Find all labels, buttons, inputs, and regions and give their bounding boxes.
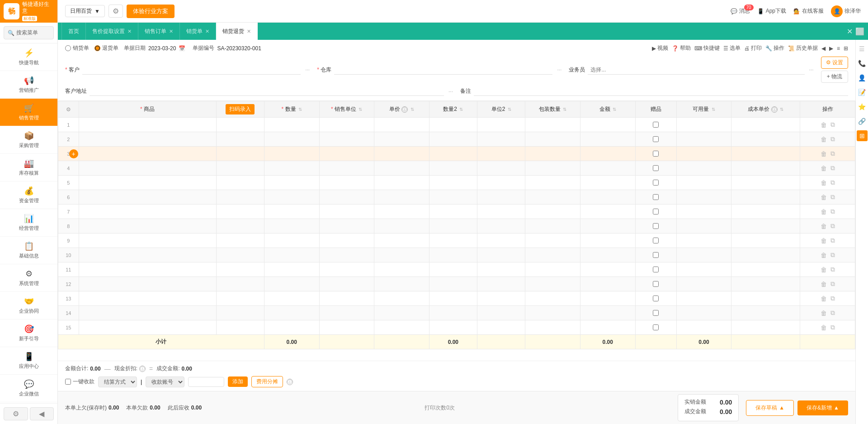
gift-cell[interactable] [635,219,676,233]
sidebar-item-enterprise[interactable]: 🤝 企业协同 [0,292,57,319]
shortcut-link[interactable]: ⌨ 快捷键 [694,44,720,52]
gift-checkbox[interactable] [653,136,659,142]
gift-cell[interactable] [635,161,676,176]
gift-cell[interactable] [635,291,676,306]
qty-cell[interactable] [264,248,319,262]
pkg-qty-cell[interactable] [525,233,580,248]
right-icon-grid[interactable]: ⊞ [857,130,868,141]
tab-sale-return[interactable]: 销货退货 ✕ [216,23,258,40]
product-cell[interactable]: + [79,147,216,161]
qty2-cell[interactable] [429,248,477,262]
delete-row-button[interactable]: 🗑 [820,236,828,245]
sidebar-item-sales[interactable]: 🛒 销售管理 [0,99,57,126]
amount-cell[interactable] [580,320,635,335]
unit-price-cell[interactable] [374,262,429,277]
delete-row-button[interactable]: 🗑 [820,308,828,318]
delete-row-button[interactable]: 🗑 [820,120,828,129]
unit2-sort-icon[interactable]: ⇅ [508,107,511,112]
pkg-qty-cell[interactable] [525,118,580,132]
sidebar-item-quick-nav[interactable]: ⚡ 快捷导航 [0,43,57,71]
pkg-qty-cell[interactable] [525,161,580,176]
qty2-cell[interactable] [429,161,477,176]
product-cell[interactable] [79,118,216,132]
amount-cell[interactable] [580,118,635,132]
tab-close-sale-price[interactable]: ✕ [127,29,132,34]
unit-price-cell[interactable] [374,233,429,248]
select-order-link[interactable]: ☰ 选单 [723,44,741,52]
unit2-cell[interactable] [477,306,525,320]
cost-price-cell[interactable] [731,176,800,190]
pkg-qty-cell[interactable] [525,248,580,262]
product-cell[interactable] [79,262,216,277]
unit2-cell[interactable] [477,248,525,262]
product-cell[interactable] [79,132,216,147]
delete-row-button[interactable]: 🗑 [820,279,828,289]
available-cell[interactable] [676,277,731,291]
unit2-cell[interactable] [477,118,525,132]
tab-close-sale-goods[interactable]: ✕ [205,29,209,34]
copy-row-button[interactable]: ⧉ [830,134,836,144]
header-gear-button[interactable]: ⚙ [108,5,123,18]
available-cell[interactable] [676,248,731,262]
delete-row-button[interactable]: 🗑 [820,294,828,303]
pkg-qty-sort-icon[interactable]: ⇅ [563,107,566,112]
one-click-collect-checkbox[interactable]: 一键收款 [65,378,94,386]
qty2-cell[interactable] [429,219,477,233]
list-view-btn[interactable]: ≡ [837,45,840,52]
fee-split-info-icon[interactable]: ⓘ [287,379,293,385]
unit-cell[interactable] [319,118,374,132]
right-icon-user[interactable]: 👤 [857,72,868,83]
delete-row-button[interactable]: 🗑 [820,207,828,216]
cost-price-cell[interactable] [731,190,800,205]
tab-home[interactable]: 首页 [61,23,86,40]
cost-price-cell[interactable] [731,248,800,262]
delete-row-button[interactable]: 🗑 [820,134,828,144]
gift-cell[interactable] [635,132,676,147]
category-selector[interactable]: 日用百货 ▼ [65,5,105,17]
qty-cell[interactable] [264,277,319,291]
grid-view-btn[interactable]: ⊞ [844,45,848,52]
copy-row-button[interactable]: ⧉ [830,163,836,173]
delete-row-button[interactable]: 🗑 [820,149,828,158]
gift-cell[interactable] [635,248,676,262]
cost-price-cell[interactable] [731,320,800,335]
settings-button[interactable]: ⚙ 设置 [821,57,848,69]
amount-cell[interactable] [580,277,635,291]
qty2-cell[interactable] [429,262,477,277]
qty-cell[interactable] [264,161,319,176]
sidebar-item-app-center[interactable]: 📱 应用中心 [0,347,57,375]
history-link[interactable]: 📜 历史单据 [788,44,818,52]
available-cell[interactable] [676,320,731,335]
unit-price-cell[interactable] [374,277,429,291]
payment-method-select[interactable]: 结算方式 [98,376,137,387]
delete-row-button[interactable]: 🗑 [820,250,828,260]
unit-cell[interactable] [319,132,374,147]
fee-split-button[interactable]: 费用分摊 [251,376,283,387]
unit-cell[interactable] [319,262,374,277]
available-cell[interactable] [676,219,731,233]
cost-price-cell[interactable] [731,161,800,176]
customer-selector-btn[interactable]: ··· [305,67,310,73]
gift-cell[interactable] [635,233,676,248]
unit-price-cell[interactable] [374,219,429,233]
gift-checkbox[interactable] [653,252,659,258]
unit-sort-icon[interactable]: ⇅ [359,107,362,112]
delete-row-button[interactable]: 🗑 [820,178,828,187]
right-icon-note[interactable]: 📝 [857,87,868,98]
copy-row-button[interactable]: ⧉ [830,236,836,245]
product-cell[interactable] [79,190,216,205]
cost-price-info-icon[interactable]: ⓘ [771,106,778,113]
unit-price-info-icon[interactable]: ⓘ [401,106,408,113]
cost-price-cell[interactable] [731,306,800,320]
gift-checkbox[interactable] [653,180,659,186]
pkg-qty-cell[interactable] [525,262,580,277]
sidebar-item-wechat[interactable]: 💬 企业微信 [0,375,57,402]
available-sort-icon[interactable]: ⇅ [712,107,715,112]
copy-row-button[interactable]: ⧉ [830,120,836,129]
gift-checkbox[interactable] [653,209,659,214]
unit2-cell[interactable] [477,233,525,248]
qty-cell[interactable] [264,147,319,161]
tab-close-sale-order[interactable]: ✕ [169,29,173,34]
pkg-qty-cell[interactable] [525,190,580,205]
product-cell[interactable] [79,277,216,291]
